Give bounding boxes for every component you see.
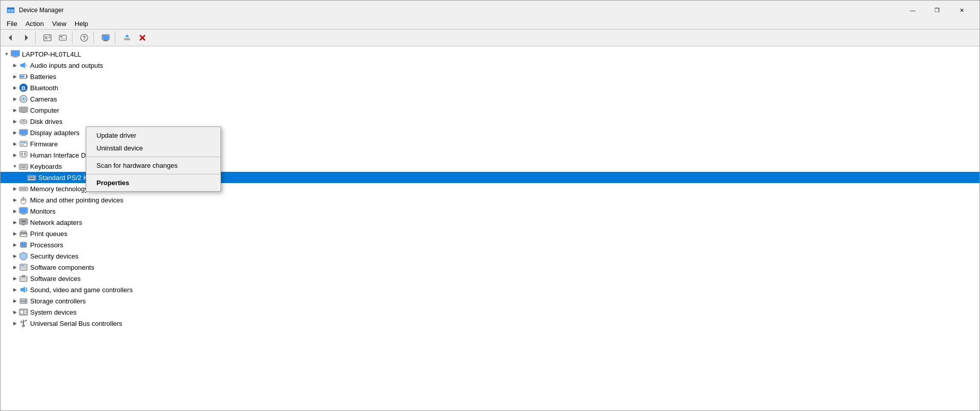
software-devices-label: Software devices — [30, 275, 81, 282]
monitors-expand-icon[interactable]: ▶ — [11, 207, 19, 215]
software-components-label: Software components — [30, 264, 94, 271]
tree-item-batteries[interactable]: ▶ Batteries — [1, 71, 979, 82]
computer-expand-icon[interactable]: ▶ — [11, 106, 19, 114]
keyboards-label: Keyboards — [30, 163, 62, 170]
svg-rect-69 — [32, 176, 33, 177]
display-label: Display adapters — [30, 129, 80, 137]
close-button[interactable]: ✕ — [950, 4, 973, 17]
svg-rect-26 — [13, 57, 18, 58]
restore-button[interactable]: ❐ — [925, 4, 949, 17]
tree-item-software-components[interactable]: ▶ Software components — [1, 262, 979, 273]
tree-view[interactable]: ▼ LAPTOP-HL0TL4LL ▶ — [1, 46, 979, 410]
mice-expand-icon[interactable]: ▶ — [11, 196, 19, 204]
network-expand-icon[interactable]: ▶ — [11, 218, 19, 226]
firmware-expand-icon[interactable]: ▶ — [11, 140, 19, 148]
menu-help[interactable]: Help — [70, 19, 92, 29]
menu-file[interactable]: File — [3, 19, 21, 29]
svg-rect-49 — [20, 141, 27, 146]
display-expand-icon[interactable]: ▶ — [11, 129, 19, 137]
properties-display-button[interactable] — [99, 31, 113, 44]
software-devices-icon — [19, 274, 28, 283]
tree-item-network[interactable]: ▶ Network adapters — [1, 217, 979, 228]
svg-rect-38 — [20, 108, 27, 112]
computer-label: Computer — [30, 107, 59, 114]
tree-item-mice[interactable]: ▶ Mice and other pointing devices — [1, 194, 979, 206]
print-label: Print queues — [30, 230, 67, 238]
tree-item-system[interactable]: ▶ System devices — [1, 306, 979, 318]
svg-rect-70 — [33, 176, 34, 177]
bluetooth-expand-icon[interactable]: ▶ — [11, 84, 19, 92]
svg-rect-54 — [24, 152, 26, 156]
tree-item-usb[interactable]: ▶ Universal Serial Bus controllers — [1, 318, 979, 329]
svg-rect-64 — [26, 167, 27, 168]
disk-label: Disk drives — [30, 118, 63, 125]
usb-label: Universal Serial Bus controllers — [30, 320, 122, 327]
network-label: Network adapters — [30, 219, 82, 226]
svg-rect-78 — [23, 188, 24, 190]
memory-expand-icon[interactable]: ▶ — [11, 185, 19, 193]
show-hide-button[interactable] — [40, 31, 55, 44]
context-uninstall-device[interactable]: Uninstall device — [86, 142, 220, 155]
svg-point-131 — [21, 321, 22, 323]
svg-rect-16 — [103, 35, 109, 39]
tree-item-audio[interactable]: ▶ Audio inputs and outputs — [1, 60, 979, 71]
hid-expand-icon[interactable]: ▶ — [11, 151, 19, 159]
system-expand-icon[interactable]: ▶ — [11, 308, 19, 316]
tree-item-software-devices[interactable]: ▶ Software devices — [1, 273, 979, 284]
help-button[interactable]: ? — [77, 31, 91, 44]
software-components-expand-icon[interactable]: ▶ — [11, 263, 19, 271]
tree-item-print[interactable]: ▶ Print queues — [1, 228, 979, 239]
svg-rect-71 — [29, 178, 30, 179]
storage-icon — [19, 296, 28, 305]
cameras-expand-icon[interactable]: ▶ — [11, 95, 19, 103]
tree-item-disk[interactable]: ▶ Disk drives — [1, 116, 979, 127]
tree-item-cameras[interactable]: ▶ Cameras — [1, 93, 979, 105]
svg-rect-111 — [20, 277, 27, 281]
software-devices-expand-icon[interactable]: ▶ — [11, 274, 19, 282]
forward-button[interactable] — [19, 31, 33, 44]
tree-item-computer[interactable]: ▶ Computer — [1, 105, 979, 116]
svg-rect-51 — [21, 144, 24, 145]
storage-expand-icon[interactable]: ▶ — [11, 297, 19, 305]
tree-root[interactable]: ▼ LAPTOP-HL0TL4LL — [1, 48, 979, 60]
svg-point-36 — [22, 98, 24, 100]
back-button[interactable] — [4, 31, 18, 44]
toolbar-sep-1 — [35, 32, 38, 44]
tree-item-monitors[interactable]: ▶ Monitors — [1, 206, 979, 217]
tree-item-storage[interactable]: ▶ Storage controllers — [1, 295, 979, 306]
update-driver-toolbar-button[interactable] — [120, 31, 134, 44]
context-properties[interactable]: Properties — [86, 176, 220, 189]
context-update-driver[interactable]: Update driver — [86, 129, 220, 142]
menu-view[interactable]: View — [48, 19, 70, 29]
tree-item-sound[interactable]: ▶ Sound, video and game controllers — [1, 284, 979, 295]
context-separator-1 — [86, 157, 220, 157]
svg-rect-67 — [29, 176, 30, 177]
tree-item-processors[interactable]: ▶ Processors — [1, 239, 979, 250]
svg-rect-77 — [22, 188, 23, 190]
print-expand-icon[interactable]: ▶ — [11, 229, 19, 238]
tree-item-security[interactable]: ▶ Security devices — [1, 250, 979, 262]
disk-icon — [19, 117, 28, 126]
security-icon — [19, 251, 28, 261]
batteries-expand-icon[interactable]: ▶ — [11, 72, 19, 81]
processors-expand-icon[interactable]: ▶ — [11, 241, 19, 249]
toggle-button[interactable] — [56, 31, 70, 44]
audio-expand-icon[interactable]: ▶ — [11, 61, 19, 69]
monitors-label: Monitors — [30, 208, 56, 215]
context-scan-hardware[interactable]: Scan for hardware changes — [86, 159, 220, 172]
sound-expand-icon[interactable]: ▶ — [11, 286, 19, 294]
svg-rect-61 — [25, 165, 26, 166]
keyboards-expand-icon[interactable]: ▼ — [11, 162, 19, 170]
svg-rect-18 — [103, 41, 108, 41]
uninstall-toolbar-button[interactable] — [135, 31, 150, 44]
menu-action[interactable]: Action — [21, 19, 48, 29]
title-bar: Device Manager — ❐ ✕ — [1, 1, 979, 18]
security-expand-icon[interactable]: ▶ — [11, 252, 19, 260]
tree-item-bluetooth[interactable]: ▶ B Bluetooth — [1, 82, 979, 93]
minimize-button[interactable]: — — [901, 4, 924, 17]
svg-rect-2 — [8, 10, 10, 12]
disk-expand-icon[interactable]: ▶ — [11, 117, 19, 125]
bluetooth-label: Bluetooth — [30, 84, 58, 92]
usb-expand-icon[interactable]: ▶ — [11, 319, 19, 327]
root-expand-icon[interactable]: ▼ — [3, 50, 11, 58]
